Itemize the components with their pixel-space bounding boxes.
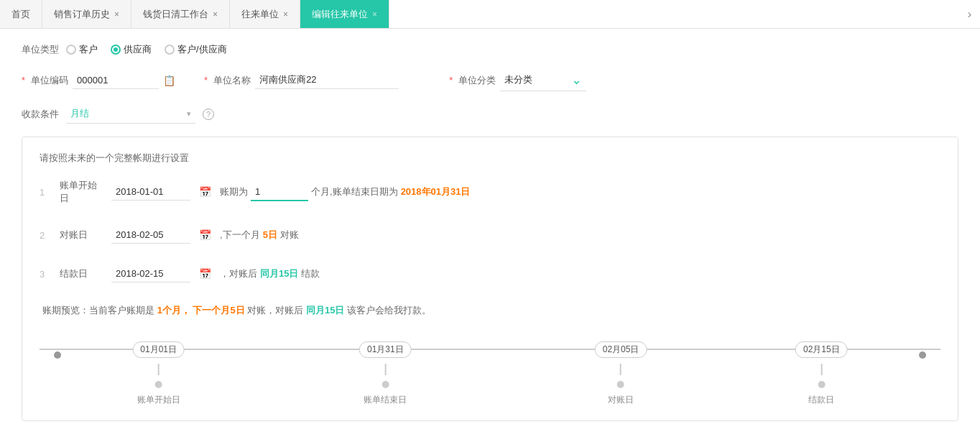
row-2-date-input[interactable]: [111, 226, 190, 244]
row-3-date-input[interactable]: [111, 265, 190, 282]
payment-value: 月结: [70, 107, 182, 120]
timeline-label-2: 账单结束日: [364, 394, 407, 406]
preview-label: 账期预览：当前客户账期是: [42, 305, 154, 316]
tab-partner-close[interactable]: ×: [283, 9, 288, 19]
row-2-highlight: 5日: [263, 229, 277, 242]
code-name-category-row: * 单位编码 📋 * 单位名称 * 单位分类 未分类 ⌄: [22, 69, 958, 91]
radio-customer[interactable]: 客户: [66, 43, 98, 56]
row-1-prefix: 账期为: [220, 185, 248, 198]
unit-type-label: 单位类型: [22, 43, 59, 56]
preview-end: 该客户会给我打款。: [347, 305, 431, 316]
radio-supplier-label: 供应商: [124, 43, 152, 56]
preview-text: 账期预览：当前客户账期是 1个月， 下一个月5日 对账，对账后 同月15日 该客…: [40, 304, 940, 317]
preview-payment-day: 同月15日: [306, 305, 344, 316]
category-dropdown-arrow: ⌄: [571, 72, 582, 88]
unit-type-row: 单位类型 客户 供应商 客户/供应商: [22, 43, 958, 56]
row-2-suffix: ,下一个月 5日 对账: [220, 229, 299, 242]
code-input[interactable]: [73, 72, 159, 89]
tab-partner-label: 往来单位: [241, 8, 279, 21]
timeline-badge-1: 01月01日: [132, 341, 185, 358]
radio-both-label: 客户/供应商: [177, 43, 227, 56]
tab-bar: 首页 销售订单历史 × 钱货日清工作台 × 往来单位 × 编辑往来单位 × ›: [0, 0, 980, 29]
radio-supplier[interactable]: 供应商: [111, 43, 152, 56]
tab-sales-history-label: 销售订单历史: [54, 8, 110, 21]
row-2-num: 2: [40, 230, 51, 241]
row-3-type: 结款日: [60, 267, 103, 280]
radio-both[interactable]: 客户/供应商: [165, 43, 227, 56]
tab-partner[interactable]: 往来单位 ×: [230, 0, 300, 28]
payment-help-icon[interactable]: ?: [203, 109, 214, 120]
timeline-start-dot: [54, 351, 61, 359]
timeline-label-1: 账单开始日: [137, 394, 180, 406]
category-dropdown[interactable]: 未分类 ⌄: [500, 69, 586, 91]
page-content: 单位类型 客户 供应商 客户/供应商 * 单位编码 📋 * 单位名称: [0, 29, 980, 437]
tab-overflow-arrow[interactable]: ›: [959, 0, 980, 28]
timeline-dot-4: [818, 381, 825, 388]
category-value: 未分类: [504, 73, 571, 86]
category-group: * 单位分类 未分类 ⌄: [449, 69, 586, 91]
row-2-type: 对账日: [60, 229, 103, 242]
payment-label: 收款条件: [22, 108, 59, 121]
timeline-badge-4: 02月15日: [795, 341, 848, 358]
tab-sales-history[interactable]: 销售订单历史 ×: [42, 0, 131, 28]
row-2-prefix: ,下一个月: [220, 229, 260, 242]
tab-home-label: 首页: [11, 8, 30, 21]
timeline-badge-2: 01月31日: [359, 341, 412, 358]
timeline-badge-3: 02月05日: [595, 341, 647, 358]
payment-dropdown[interactable]: 月结 ▾: [66, 104, 195, 124]
timeline-label-3: 对账日: [608, 394, 634, 406]
radio-customer-label: 客户: [79, 43, 98, 56]
timeline-stem-3: [620, 364, 621, 375]
radio-customer-circle: [66, 45, 76, 55]
setting-row-2: 2 对账日 📅 ,下一个月 5日 对账: [40, 226, 940, 244]
tab-home[interactable]: 首页: [0, 0, 42, 28]
tab-cash-work[interactable]: 钱货日清工作台 ×: [131, 0, 230, 28]
radio-supplier-circle: [111, 45, 121, 55]
setting-row-1: 1 账单开始日 📅 账期为 个月,账单结束日期为 2018年01月31日: [40, 179, 940, 205]
row-1-suffix-after: 个月,账单结束日期为: [311, 185, 398, 198]
setting-row-3: 3 结款日 📅 ，对账后 同月15日 结款: [40, 265, 940, 282]
name-group: * 单位名称: [204, 72, 399, 89]
tab-edit-partner[interactable]: 编辑往来单位 ×: [300, 0, 389, 28]
row-3-cal-icon[interactable]: 📅: [199, 268, 211, 280]
tab-edit-partner-close[interactable]: ×: [372, 9, 377, 19]
row-3-suffix-after: 结款: [301, 267, 320, 280]
row-1-num: 1: [40, 187, 51, 198]
tab-cash-work-label: 钱货日清工作台: [143, 8, 208, 21]
preview-reconcile-suffix: 对账，对账后: [247, 305, 303, 316]
card-instruction: 请按照未来的一个完整帐期进行设置: [40, 152, 940, 165]
timeline-point-1: 01月01日 账单开始日: [132, 341, 185, 406]
row-2-cal-icon[interactable]: 📅: [199, 229, 211, 241]
row-1-type: 账单开始日: [60, 179, 103, 205]
timeline-end-dot: [919, 351, 926, 359]
row-1-period-input[interactable]: [251, 183, 308, 201]
row-2-suffix-after: 对账: [280, 229, 299, 242]
preview-period: 1个月，: [157, 305, 190, 316]
row-3-prefix: ，对账后: [220, 267, 257, 280]
timeline-point-2: 01月31日 账单结束日: [359, 341, 412, 406]
row-1-date-input[interactable]: [111, 183, 190, 201]
timeline-dot-2: [382, 381, 389, 388]
tab-edit-partner-label: 编辑往来单位: [312, 8, 368, 21]
timeline-point-4: 02月15日 结款日: [795, 341, 848, 406]
code-calendar-icon[interactable]: 📋: [163, 75, 175, 86]
tab-sales-history-close[interactable]: ×: [114, 9, 119, 19]
row-1-suffix: 账期为 个月,账单结束日期为 2018年01月31日: [220, 183, 470, 201]
timeline-dot-3: [617, 381, 624, 388]
row-1-highlight: 2018年01月31日: [401, 185, 471, 198]
row-1-cal-icon[interactable]: 📅: [199, 186, 211, 198]
name-input[interactable]: [255, 72, 399, 89]
timeline-label-4: 结款日: [808, 394, 834, 406]
unit-type-radio-group: 客户 供应商 客户/供应商: [66, 43, 227, 56]
code-label: 单位编码: [31, 74, 68, 87]
payment-dropdown-arrow: ▾: [187, 109, 191, 119]
payment-row: 收款条件 月结 ▾ ?: [22, 104, 958, 124]
radio-both-circle: [165, 45, 175, 55]
tab-cash-work-close[interactable]: ×: [213, 9, 218, 19]
timeline-stem-2: [384, 364, 386, 375]
preview-reconcile-day: 下一个月5日: [193, 305, 244, 316]
timeline-stem-4: [820, 364, 822, 375]
category-star: *: [449, 75, 453, 86]
name-label: 单位名称: [213, 74, 251, 87]
row-3-num: 3: [40, 269, 51, 280]
